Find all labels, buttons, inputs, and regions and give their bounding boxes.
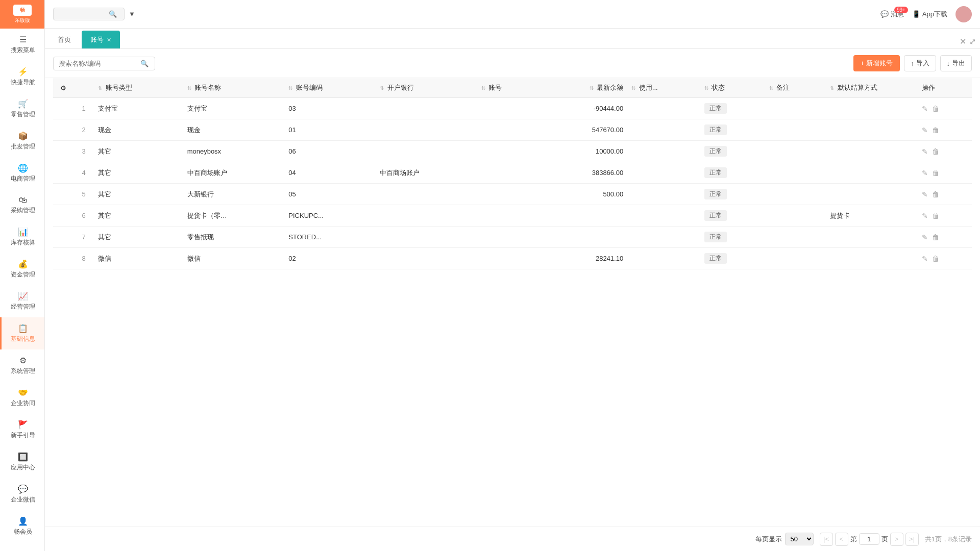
header-dropdown[interactable]: ▼	[129, 10, 135, 18]
tab-accounts[interactable]: 账号 ✕	[82, 31, 120, 48]
sidebar-item-inventory[interactable]: 📊 库存核算	[0, 221, 44, 253]
edit-button[interactable]: ✎	[922, 105, 928, 113]
sidebar-item-inventory-label: 库存核算	[11, 238, 35, 247]
account-search-wrap[interactable]: 🔍	[53, 57, 155, 70]
sidebar-item-member[interactable]: 👤 畅会员	[0, 510, 44, 542]
sidebar-item-purchase[interactable]: 🛍 采购管理	[0, 189, 44, 221]
row-account-cell	[477, 162, 538, 184]
row-balance-cell	[538, 205, 628, 227]
col-account[interactable]: ⇅ 账号	[477, 78, 538, 98]
row-actions-cell: ✎ 🗑	[918, 184, 972, 205]
import-label: 导入	[916, 59, 929, 68]
row-usage-cell	[627, 184, 700, 205]
account-search-input[interactable]	[59, 60, 140, 67]
next-page-button[interactable]: >	[890, 533, 903, 546]
sidebar-item-finance[interactable]: 💰 资金管理	[0, 253, 44, 285]
table-row: 2 现金 现金 01 547670.00 正常 ✎ 🗑	[53, 119, 972, 141]
tab-home[interactable]: 首页	[49, 31, 80, 48]
tab-expand-icon[interactable]: ⤢	[969, 37, 976, 46]
col-status[interactable]: ⇅ 状态	[700, 78, 765, 98]
per-page-select[interactable]: 50 20 100	[785, 533, 814, 545]
edit-button[interactable]: ✎	[922, 233, 928, 241]
header-search-input[interactable]	[58, 11, 109, 18]
delete-button[interactable]: 🗑	[932, 126, 939, 134]
finance-icon: 💰	[18, 259, 28, 269]
basic-icon: 📋	[18, 323, 28, 333]
pagination-buttons: |< < 第 页 > >|	[820, 533, 919, 546]
sort-icon-usage: ⇅	[631, 85, 635, 91]
user-avatar[interactable]	[955, 6, 972, 22]
col-settings[interactable]: ⚙	[53, 78, 74, 98]
sort-icon-bank: ⇅	[380, 85, 384, 91]
delete-button[interactable]: 🗑	[932, 233, 939, 241]
row-balance-cell: -90444.00	[538, 98, 628, 119]
edit-button[interactable]: ✎	[922, 169, 928, 177]
sidebar-item-retail[interactable]: 🛒 零售管理	[0, 93, 44, 125]
prev-page-button[interactable]: <	[835, 533, 848, 546]
sidebar-item-ecommerce-label: 电商管理	[11, 174, 35, 183]
col-balance[interactable]: ⇅ 最新余额	[538, 78, 628, 98]
delete-button[interactable]: 🗑	[932, 169, 939, 177]
col-name[interactable]: ⇅ 账号名称	[183, 78, 285, 98]
last-page-button[interactable]: >|	[905, 533, 919, 546]
sidebar-item-ecommerce[interactable]: 🌐 电商管理	[0, 157, 44, 189]
edit-button[interactable]: ✎	[922, 190, 928, 198]
row-settings-cell	[53, 227, 74, 248]
sidebar-item-appcenter[interactable]: 🔲 应用中心	[0, 446, 44, 478]
delete-button[interactable]: 🗑	[932, 255, 939, 263]
sidebar-item-system[interactable]: ⚙ 系统管理	[0, 349, 44, 382]
tab-close-all-icon[interactable]: ✕	[960, 37, 966, 46]
sidebar-item-quicknav[interactable]: ⚡ 快捷导航	[0, 61, 44, 93]
delete-button[interactable]: 🗑	[932, 212, 939, 220]
export-button[interactable]: ↓ 导出	[940, 55, 972, 71]
delete-button[interactable]: 🗑	[932, 147, 939, 156]
header-search[interactable]: 🔍	[53, 8, 125, 20]
edit-button[interactable]: ✎	[922, 255, 928, 263]
edit-button[interactable]: ✎	[922, 126, 928, 134]
row-num-cell: 8	[74, 248, 94, 269]
row-balance-cell: 383866.00	[538, 162, 628, 184]
row-code-cell: 02	[284, 248, 376, 269]
edit-button[interactable]: ✎	[922, 212, 928, 220]
first-page-button[interactable]: |<	[820, 533, 833, 546]
col-remark[interactable]: ⇅ 备注	[765, 78, 826, 98]
row-actions-cell: ✎ 🗑	[918, 98, 972, 119]
row-num-cell: 7	[74, 227, 94, 248]
delete-button[interactable]: 🗑	[932, 190, 939, 198]
sidebar-item-guide[interactable]: 🚩 新手引导	[0, 414, 44, 446]
sidebar-item-agreement-label: 企业协同	[11, 399, 35, 408]
add-account-button[interactable]: + 新增账号	[853, 55, 900, 71]
import-button[interactable]: ↑ 导入	[904, 55, 936, 71]
col-num	[74, 78, 94, 98]
col-bank[interactable]: ⇅ 开户银行	[376, 78, 477, 98]
col-code[interactable]: ⇅ 账号编码	[284, 78, 376, 98]
delete-button[interactable]: 🗑	[932, 105, 939, 113]
col-usage[interactable]: ⇅ 使用...	[627, 78, 700, 98]
sidebar-item-basic[interactable]: 📋 基础信息	[0, 317, 44, 349]
tab-accounts-close-icon[interactable]: ✕	[107, 37, 111, 43]
row-balance-cell: 10000.00	[538, 141, 628, 162]
sidebar-item-search-label: 搜索菜单	[11, 46, 35, 55]
col-default-settlement[interactable]: ⇅ 默认结算方式	[826, 78, 918, 98]
sidebar-item-agreement[interactable]: 🤝 企业协同	[0, 382, 44, 414]
row-usage-cell	[627, 205, 700, 227]
app-download-button[interactable]: 📱 App下载	[912, 10, 947, 19]
ecommerce-icon: 🌐	[18, 163, 28, 173]
row-usage-cell	[627, 98, 700, 119]
edit-button[interactable]: ✎	[922, 147, 928, 156]
retail-icon: 🛒	[18, 99, 28, 109]
header-search-icon: 🔍	[109, 10, 117, 18]
page-number-input[interactable]	[859, 533, 879, 545]
header-left: 🔍 ▼	[53, 8, 135, 20]
message-button[interactable]: 💬 消息 99+	[880, 10, 904, 19]
sidebar-item-wholesale[interactable]: 📦 批发管理	[0, 125, 44, 157]
toolbar-right: + 新增账号 ↑ 导入 ↓ 导出	[853, 55, 972, 71]
sidebar-item-operations[interactable]: 📈 经营管理	[0, 285, 44, 317]
row-remark-cell	[765, 227, 826, 248]
sidebar-item-wechat[interactable]: 💬 企业微信	[0, 478, 44, 510]
sidebar-item-search[interactable]: ☰ 搜索菜单	[0, 29, 44, 61]
col-type[interactable]: ⇅ 账号类型	[94, 78, 183, 98]
table-header-row: ⚙ ⇅ 账号类型 ⇅ 账号名称 ⇅ 账号编码	[53, 78, 972, 98]
row-remark-cell	[765, 141, 826, 162]
row-remark-cell	[765, 119, 826, 141]
